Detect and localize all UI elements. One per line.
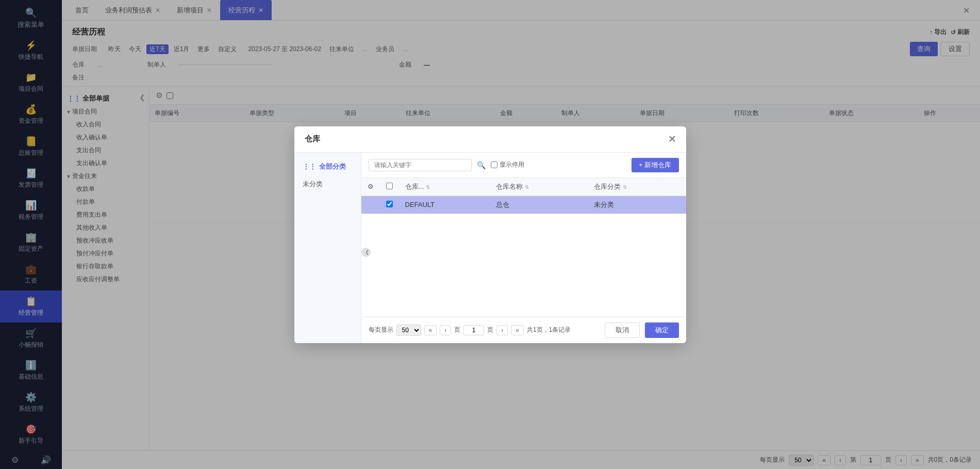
modal-select-all[interactable] (386, 183, 393, 189)
row-code: DEFAULT (399, 196, 490, 214)
modal-footer: 每页显示 50 « ‹ 页 页 › » 共1页，1条记录 (361, 317, 686, 343)
modal-col-category: 仓库分类 ⇅ (588, 178, 686, 196)
modal-total-label: 共1页，1条记录 (527, 326, 571, 334)
modal-toolbar: 🔍 显示停用 + 新增仓库 (361, 153, 686, 178)
sort-icon-name: ⇅ (525, 184, 529, 190)
modal-left-collapse-btn[interactable]: 《 (361, 248, 371, 257)
modal-pagination: 每页显示 50 « ‹ 页 页 › » 共1页，1条记录 (369, 325, 571, 336)
modal-right-panel: 🔍 显示停用 + 新增仓库 ⚙ (361, 153, 686, 343)
modal-col-name: 仓库名称 ⇅ (490, 178, 588, 196)
modal-table: ⚙ 仓库... ⇅ 仓库名称 ⇅ (361, 178, 686, 214)
modal-prev-page-btn[interactable]: ‹ (440, 325, 451, 335)
modal-first-page-btn[interactable]: « (424, 325, 437, 335)
modal-action-btns: 取消 确定 (605, 322, 679, 338)
modal-header: 仓库 ✕ (294, 126, 686, 153)
modal-body: ⋮⋮ 全部分类 未分类 《 🔍 显示停用 (294, 153, 686, 343)
modal-close-btn[interactable]: ✕ (668, 134, 676, 145)
modal-page-input[interactable] (463, 325, 484, 335)
show-disabled-checkbox[interactable] (491, 161, 497, 168)
add-warehouse-button[interactable]: + 新增仓库 (632, 158, 678, 172)
modal-confirm-button[interactable]: 确定 (645, 322, 679, 338)
row-checkbox (380, 196, 399, 214)
table-row[interactable]: DEFAULT 总仓 未分类 (361, 196, 686, 214)
row-settings (361, 196, 380, 214)
modal-table-area: ⚙ 仓库... ⇅ 仓库名称 ⇅ (361, 178, 686, 317)
modal-left-all-categories[interactable]: ⋮⋮ 全部分类 (294, 158, 361, 175)
modal-left-unclassified[interactable]: 未分类 (294, 175, 361, 193)
grid-icon-modal: ⋮⋮ (303, 163, 316, 170)
warehouse-modal: 仓库 ✕ ⋮⋮ 全部分类 未分类 《 (294, 126, 686, 343)
sort-icon-code: ⇅ (426, 184, 430, 190)
modal-col-settings: ⚙ (361, 178, 380, 196)
row-category: 未分类 (588, 196, 686, 214)
sort-icon-category: ⇅ (623, 184, 627, 190)
modal-title: 仓库 (305, 134, 320, 144)
modal-next-page-btn[interactable]: › (496, 325, 508, 335)
modal-col-checkbox (380, 178, 399, 196)
modal-search-input[interactable] (369, 159, 472, 171)
row-name: 总仓 (490, 196, 588, 214)
row-select-checkbox[interactable] (386, 201, 393, 207)
modal-cancel-button[interactable]: 取消 (605, 322, 640, 338)
modal-left-panel: ⋮⋮ 全部分类 未分类 《 (294, 153, 361, 343)
modal-per-page-select[interactable]: 50 (396, 325, 421, 336)
show-disabled-checkbox-label[interactable]: 显示停用 (491, 160, 524, 169)
modal-overlay: 仓库 ✕ ⋮⋮ 全部分类 未分类 《 (0, 0, 980, 469)
modal-last-page-btn[interactable]: » (511, 325, 524, 335)
modal-search-icon[interactable]: 🔍 (477, 161, 486, 169)
modal-col-code: 仓库... ⇅ (399, 178, 490, 196)
